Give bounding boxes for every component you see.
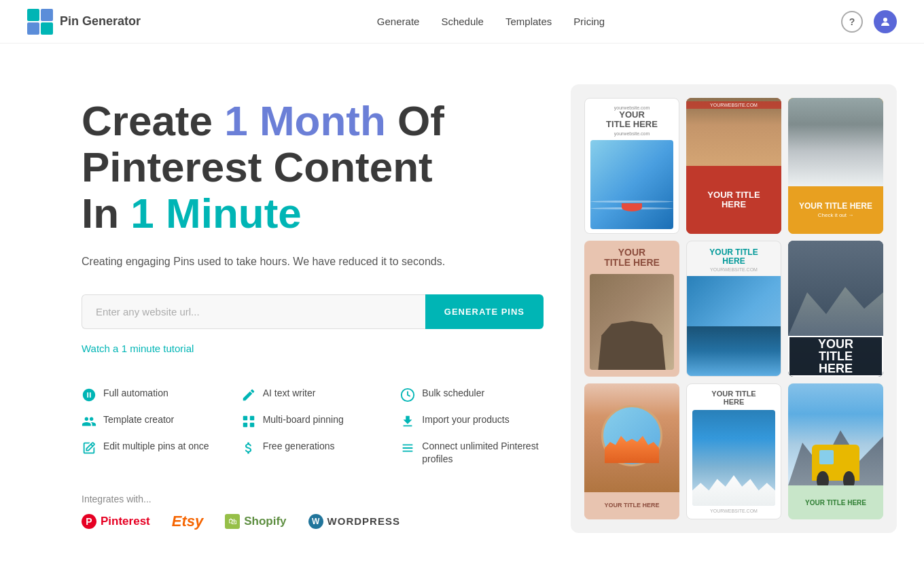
pin5-image bbox=[687, 276, 781, 376]
pinterest-icon: P bbox=[82, 514, 96, 529]
boat-shape bbox=[622, 203, 642, 211]
blue-city-shape bbox=[687, 326, 781, 376]
pin3-image bbox=[788, 98, 883, 186]
etsy-logo: Etsy bbox=[172, 513, 203, 530]
pin3-bottom: YOUR TITLE HERE Check it out → bbox=[788, 186, 883, 234]
feature-edit-label: Edit multiple pins at once bbox=[103, 440, 209, 453]
shopify-icon: 🛍 bbox=[225, 514, 240, 529]
svg-rect-0 bbox=[27, 9, 39, 21]
feature-template: Template creator bbox=[82, 413, 225, 429]
generate-button[interactable]: GENERATE PINS bbox=[425, 294, 544, 329]
van-wheel-left bbox=[817, 471, 829, 485]
feature-template-label: Template creator bbox=[103, 413, 174, 427]
pin5-title: YOUR TITLEHERE bbox=[709, 248, 758, 266]
ai-icon bbox=[241, 388, 256, 402]
pin9-image bbox=[788, 383, 883, 485]
nav-pricing[interactable]: Pricing bbox=[573, 16, 605, 27]
pin6-title: YOURTITLEHERE bbox=[818, 338, 853, 375]
feature-automation: Full automation bbox=[82, 387, 225, 402]
feature-automation-label: Full automation bbox=[103, 387, 168, 400]
pin2-title: YOUR TITLEHERE bbox=[707, 190, 760, 210]
pin-grid-section: YOURWEBSITE.COM YOURTITLE HERE YOURWEBSI… bbox=[571, 84, 897, 533]
pin-card-1: YOURWEBSITE.COM YOURTITLE HERE YOURWEBSI… bbox=[584, 98, 679, 234]
hero-title-plain1: Create bbox=[82, 97, 224, 144]
pin-card-3: YOUR TITLE HERE Check it out → bbox=[788, 98, 883, 234]
pin8-url: YOURWEBSITE.COM bbox=[710, 509, 758, 513]
pin2-bottom: YOUR TITLEHERE bbox=[686, 166, 781, 234]
free-icon bbox=[241, 441, 256, 456]
pin-card-8: YOUR TITLEHERE YOURWEBSITE.COM bbox=[686, 383, 781, 519]
pin1-title: YOURTITLE HERE bbox=[606, 110, 658, 130]
pin7-city bbox=[605, 433, 659, 464]
pin7-title: YOUR TITLE HERE bbox=[604, 502, 659, 509]
pin-card-5: YOUR TITLEHERE YOURWEBSITE.COM bbox=[686, 241, 781, 377]
feature-multiboard-label: Multi-board pinning bbox=[263, 413, 344, 427]
pin5-url: YOURWEBSITE.COM bbox=[710, 267, 758, 272]
pin-grid: YOURWEBSITE.COM YOURTITLE HERE YOURWEBSI… bbox=[584, 98, 883, 519]
pin6-overlay: YOURTITLEHERE bbox=[788, 336, 883, 377]
integrations-row: P Pinterest Etsy 🛍 Shopify W WordPress bbox=[82, 513, 544, 530]
multiboard-icon bbox=[241, 414, 256, 429]
motorcycle-shape bbox=[598, 312, 665, 370]
pin3-title: YOUR TITLE HERE bbox=[799, 202, 872, 211]
feature-multiboard: Multi-board pinning bbox=[241, 413, 385, 429]
pin2-url: YOURWEBSITE.COM bbox=[686, 101, 781, 109]
svg-rect-7 bbox=[249, 415, 253, 419]
automation-icon bbox=[82, 388, 96, 402]
header-actions: ? bbox=[841, 10, 897, 33]
wordpress-logo: W WordPress bbox=[308, 514, 400, 529]
van-window bbox=[819, 450, 834, 464]
shopify-label: Shopify bbox=[244, 515, 286, 528]
edit-icon bbox=[82, 441, 96, 456]
nav-generate[interactable]: Generate bbox=[377, 16, 420, 27]
hero-highlight-month: 1 Month bbox=[224, 97, 386, 144]
hero-subtitle: Creating engaging Pins used to take hour… bbox=[82, 254, 544, 270]
hero-section: Create 1 Month OfPinterest ContentIn 1 M… bbox=[82, 84, 544, 530]
url-input-row: GENERATE PINS bbox=[82, 294, 544, 329]
pin-card-9: YOUR TITLE HERE bbox=[788, 383, 883, 519]
feature-free-label: Free generations bbox=[263, 440, 335, 453]
logo-icon bbox=[27, 9, 53, 35]
feature-edit: Edit multiple pins at once bbox=[82, 440, 225, 466]
feature-free: Free generations bbox=[241, 440, 385, 466]
pin8-image bbox=[692, 410, 775, 506]
pin9-bottom: YOUR TITLE HERE bbox=[788, 485, 883, 519]
help-button[interactable]: ? bbox=[841, 11, 863, 33]
pin4-title: YOURTITLE HERE bbox=[604, 247, 660, 269]
feature-import: Import your products bbox=[400, 413, 544, 429]
user-avatar[interactable] bbox=[874, 10, 897, 33]
features-grid: Full automation AI text writer Bulk sche… bbox=[82, 387, 544, 466]
logo-text: Pin Generator bbox=[60, 14, 141, 29]
pinterest-label: Pinterest bbox=[101, 515, 150, 528]
shopify-logo: 🛍 Shopify bbox=[225, 514, 286, 529]
pin1-image bbox=[590, 140, 673, 229]
pin7-arch bbox=[601, 405, 662, 466]
pin1-url2: YOURWEBSITE.COM bbox=[614, 131, 650, 136]
main-nav: Generate Schedule Templates Pricing bbox=[377, 16, 605, 27]
feature-import-label: Import your products bbox=[422, 413, 509, 427]
svg-rect-2 bbox=[27, 22, 39, 35]
pin4-image bbox=[590, 274, 674, 370]
santorini-shape bbox=[692, 468, 775, 506]
nav-schedule[interactable]: Schedule bbox=[441, 16, 484, 27]
wordpress-label: WordPress bbox=[327, 515, 400, 527]
svg-rect-8 bbox=[243, 422, 247, 426]
pin-card-7: YOUR TITLE HERE bbox=[584, 383, 679, 519]
url-input[interactable] bbox=[82, 294, 425, 329]
tutorial-link[interactable]: Watch a 1 minute tutorial bbox=[82, 343, 194, 354]
van-wheel-right bbox=[843, 471, 855, 485]
pin5-top: YOUR TITLEHERE YOURWEBSITE.COM bbox=[687, 241, 781, 276]
hero-title: Create 1 Month OfPinterest ContentIn 1 M… bbox=[82, 98, 544, 237]
pin9-title: YOUR TITLE HERE bbox=[805, 499, 866, 506]
template-icon bbox=[82, 414, 96, 429]
pinterest-logo: P Pinterest bbox=[82, 514, 150, 529]
svg-rect-6 bbox=[243, 415, 247, 419]
integrations-section: Integrates with... P Pinterest Etsy 🛍 Sh… bbox=[82, 494, 544, 530]
nav-templates[interactable]: Templates bbox=[505, 16, 552, 27]
feature-bulk: Bulk scheduler bbox=[400, 387, 544, 402]
pin-card-6: YOURTITLEHERE bbox=[788, 241, 883, 377]
feature-ai: AI text writer bbox=[241, 387, 385, 402]
logo[interactable]: Pin Generator bbox=[27, 9, 141, 35]
pin7-image bbox=[584, 383, 679, 492]
svg-rect-9 bbox=[249, 422, 253, 426]
